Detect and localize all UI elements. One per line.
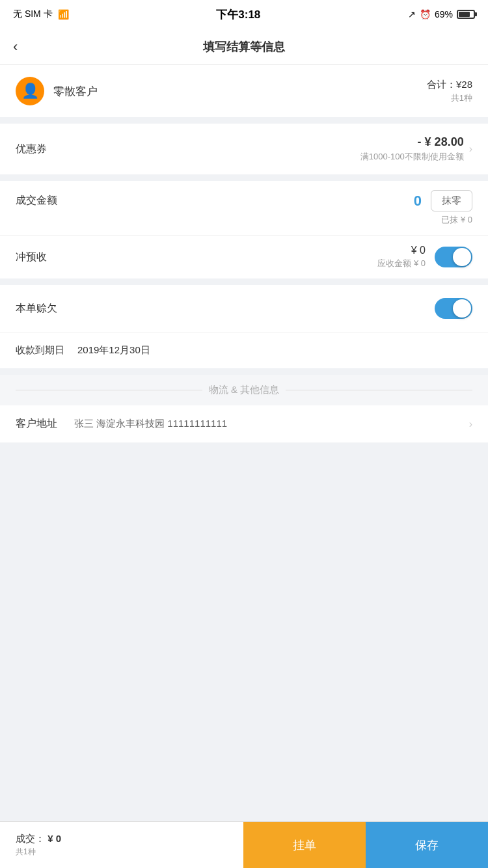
duedate-label: 收款到期日 xyxy=(16,344,64,357)
nav-bar: ‹ 填写结算等信息 xyxy=(0,29,488,65)
logistics-header: 物流 & 其他信息 xyxy=(0,375,488,405)
battery-percent: 69% xyxy=(435,9,453,20)
transaction-value-area: 0 抹零 xyxy=(396,190,472,211)
precollect-row: 冲预收 ¥ 0 应收金额 ¥ 0 xyxy=(0,235,488,278)
save-button[interactable]: 保存 xyxy=(366,822,488,868)
precollect-toggle-knob xyxy=(453,248,471,266)
debt-label: 本单赊欠 xyxy=(16,302,57,316)
bottom-transaction-label: 成交： ¥ 0 xyxy=(16,833,243,845)
coupon-row[interactable]: 优惠券 - ¥ 28.00 满1000-100不限制使用金额 › xyxy=(0,124,488,174)
transaction-row: 成交金额 0 抹零 xyxy=(0,181,488,211)
debt-toggle[interactable] xyxy=(435,298,472,319)
debt-section: 本单赊欠 收款到期日 2019年12月30日 xyxy=(0,285,488,368)
precollect-toggle[interactable] xyxy=(435,247,472,267)
address-chevron-icon: › xyxy=(469,418,472,430)
carrier-label: 无 SIM 卡 xyxy=(13,8,53,20)
bottom-count: 共1种 xyxy=(16,847,243,858)
transaction-input[interactable]: 0 xyxy=(396,193,422,210)
coupon-right: - ¥ 28.00 满1000-100不限制使用金额 › xyxy=(360,135,472,163)
duedate-value: 2019年12月30日 xyxy=(77,344,150,357)
status-left: 无 SIM 卡 📶 xyxy=(13,8,69,20)
transaction-section: 成交金额 0 抹零 已抹 ¥ 0 冲预收 ¥ 0 应收金额 ¥ 0 xyxy=(0,181,488,278)
avatar-icon: 👤 xyxy=(21,83,39,100)
wifi-icon: 📶 xyxy=(58,9,69,20)
debt-toggle-knob xyxy=(453,299,471,318)
customer-name: 零散客户 xyxy=(53,84,98,99)
coupon-description: 满1000-100不限制使用金额 xyxy=(360,151,464,163)
precollect-value-area: ¥ 0 应收金额 ¥ 0 xyxy=(377,245,426,269)
transaction-sub: 已抹 ¥ 0 xyxy=(0,211,488,235)
customer-avatar: 👤 xyxy=(16,77,44,105)
logistics-label: 物流 & 其他信息 xyxy=(209,384,279,396)
coupon-label: 优惠券 xyxy=(16,142,68,156)
debt-row: 本单赊欠 xyxy=(0,285,488,332)
alarm-icon: ⏰ xyxy=(420,9,431,20)
status-right: ↗ ⏰ 69% xyxy=(408,9,475,20)
bottom-transaction-prefix: 成交： xyxy=(16,833,45,844)
address-value: 张三 海淀永丰科技园 11111111111 xyxy=(74,418,451,430)
suspend-button[interactable]: 挂单 xyxy=(243,822,366,868)
customer-total-amount: 合计：¥28 xyxy=(427,79,472,91)
coupon-chevron-icon: › xyxy=(469,143,472,155)
precollect-amount: ¥ 0 xyxy=(377,245,426,256)
precollect-right: ¥ 0 应收金额 ¥ 0 xyxy=(377,245,472,269)
bottom-bar: 成交： ¥ 0 共1种 挂单 保存 xyxy=(0,821,488,868)
bottom-info: 成交： ¥ 0 共1种 xyxy=(0,822,243,868)
bottom-transaction-value: ¥ 0 xyxy=(47,833,61,844)
coupon-discount: - ¥ 28.00 xyxy=(360,135,464,149)
back-button[interactable]: ‹ xyxy=(13,38,18,55)
logistics-section: 物流 & 其他信息 客户地址 张三 海淀永丰科技园 11111111111 › xyxy=(0,375,488,442)
status-bar: 无 SIM 卡 📶 下午3:18 ↗ ⏰ 69% xyxy=(0,0,488,29)
precollect-label: 冲预收 xyxy=(16,251,47,264)
customer-total: 合计：¥28 共1种 xyxy=(427,79,472,104)
customer-left: 👤 零散客户 xyxy=(16,77,98,105)
coupon-section: 优惠券 - ¥ 28.00 满1000-100不限制使用金额 › xyxy=(0,124,488,174)
duedate-row: 收款到期日 2019年12月30日 xyxy=(0,332,488,368)
round-zero-button[interactable]: 抹零 xyxy=(431,190,472,211)
customer-section: 👤 零散客户 合计：¥28 共1种 xyxy=(0,65,488,117)
content-spacer xyxy=(0,449,488,514)
address-label: 客户地址 xyxy=(16,417,61,431)
precollect-receivable: 应收金额 ¥ 0 xyxy=(377,258,426,269)
location-icon: ↗ xyxy=(408,9,416,20)
page-title: 填写结算等信息 xyxy=(203,39,285,55)
address-row[interactable]: 客户地址 张三 海淀永丰科技园 11111111111 › xyxy=(0,405,488,442)
coupon-value-area: - ¥ 28.00 满1000-100不限制使用金额 xyxy=(360,135,464,163)
transaction-label: 成交金额 xyxy=(16,194,68,208)
customer-total-count: 共1种 xyxy=(427,92,472,104)
status-time: 下午3:18 xyxy=(216,7,260,22)
battery-icon xyxy=(457,10,475,19)
customer-row: 👤 零散客户 合计：¥28 共1种 xyxy=(0,65,488,117)
